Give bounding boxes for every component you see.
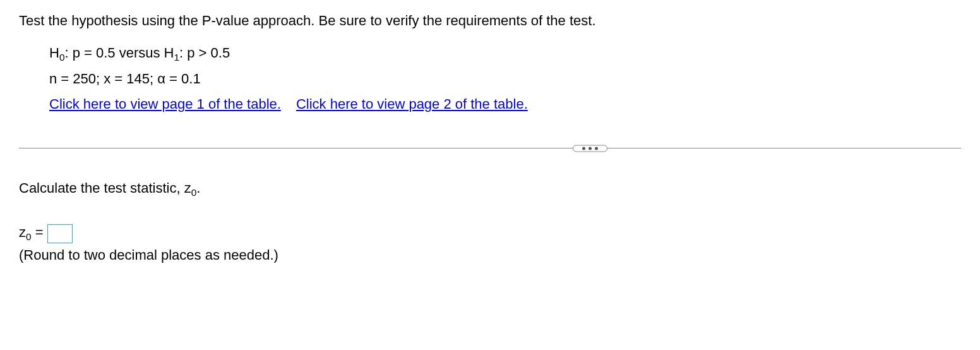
z0-input[interactable] — [47, 224, 73, 243]
table-page1-link[interactable]: Click here to view page 1 of the table. — [49, 92, 281, 117]
more-button[interactable] — [573, 145, 607, 152]
instruction-sub: 0 — [191, 188, 197, 198]
h1-sub: 1 — [174, 52, 179, 63]
parameters-line: n = 250; x = 145; α = 0.1 — [49, 66, 961, 92]
answer-sub: 0 — [26, 231, 32, 242]
h0-label: H — [49, 45, 59, 61]
ellipsis-icon — [589, 147, 592, 150]
answer-prefix: z0 = — [19, 224, 44, 243]
table-links: Click here to view page 1 of the table. … — [49, 92, 961, 117]
divider-row — [19, 148, 961, 148]
instruction-prefix: Calculate the test statistic, z — [19, 180, 191, 196]
table-page2-link[interactable]: Click here to view page 2 of the table. — [296, 92, 528, 117]
rounding-hint: (Round to two decimal places as needed.) — [19, 247, 961, 263]
instruction-suffix: . — [196, 180, 200, 196]
answer-equals: = — [32, 224, 44, 240]
ellipsis-icon — [582, 147, 585, 150]
question-details: H0: p = 0.5 versus H1: p > 0.5 n = 250; … — [19, 40, 961, 116]
divider-line — [19, 148, 961, 148]
question-intro: Test the hypothesis using the P-value ap… — [19, 13, 961, 29]
ellipsis-icon — [595, 147, 598, 150]
hypotheses-line: H0: p = 0.5 versus H1: p > 0.5 — [49, 40, 961, 66]
instruction-line: Calculate the test statistic, z0. — [19, 180, 961, 198]
answer-line: z0 = — [19, 224, 961, 243]
h0-text: : p = 0.5 versus H — [64, 45, 174, 61]
h1-text: : p > 0.5 — [179, 45, 230, 61]
